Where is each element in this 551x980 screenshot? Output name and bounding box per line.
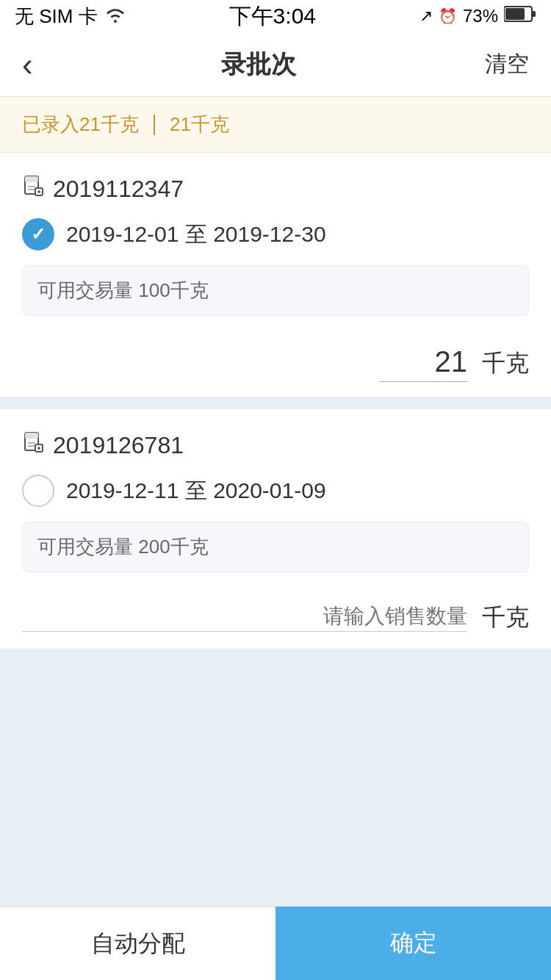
- doc-icon-1: [22, 175, 46, 203]
- no-sim-text: 无 SIM 卡: [15, 4, 98, 29]
- batch-2-available: 可用交易量 200千克: [22, 522, 529, 572]
- auto-distribute-label: 自动分配: [91, 928, 185, 960]
- auto-distribute-button[interactable]: 自动分配: [0, 907, 276, 980]
- status-right: ↗ ⏰ 73%: [419, 6, 536, 26]
- batch-1-unit: 千克: [482, 347, 529, 380]
- batch-1-quantity: 21: [379, 345, 467, 382]
- batch-2-amount-row: 千克: [0, 587, 551, 649]
- batch-1-value: 21: [435, 345, 468, 378]
- batch-2-card: 2019126781 2019-12-11 至 2020-01-09 可用交易量…: [0, 409, 551, 649]
- batch-1-header: 2019112347: [0, 153, 551, 211]
- battery-icon: [504, 6, 536, 26]
- batch-1-card: 2019112347 2019-12-01 至 2019-12-30 可用交易量…: [0, 153, 551, 397]
- confirm-button[interactable]: 确定: [276, 907, 551, 980]
- info-amount: 21千克: [170, 112, 229, 137]
- recorded-label: 已录入21千克: [22, 112, 139, 137]
- location-icon: ↗: [419, 7, 433, 26]
- svg-rect-2: [505, 8, 525, 20]
- battery-percent: 73%: [463, 6, 498, 26]
- batch-1-id: 2019112347: [53, 176, 184, 203]
- batch-2-radio[interactable]: [22, 475, 54, 507]
- batch-2-id: 2019126781: [53, 432, 184, 459]
- batch-1-date-row: 2019-12-01 至 2019-12-30: [0, 211, 551, 258]
- bottom-buttons: 自动分配 确定: [0, 907, 551, 980]
- svg-rect-4: [25, 176, 38, 182]
- status-bar: 无 SIM 卡 下午3:04 ↗ ⏰ 73%: [0, 0, 551, 32]
- confirm-label: 确定: [390, 927, 437, 959]
- batch-1-dates: 2019-12-01 至 2019-12-30: [66, 220, 326, 250]
- batch-1-radio[interactable]: [22, 218, 54, 251]
- section-separator-1: [0, 397, 551, 409]
- batch-2-qty-input[interactable]: [22, 605, 467, 632]
- batch-1-input-wrapper: 21 千克: [22, 345, 529, 382]
- nav-bar: ‹ 录批次 清空: [0, 32, 551, 97]
- page-title: 录批次: [221, 48, 296, 82]
- batch-1-amount-row: 21 千克: [0, 331, 551, 397]
- wifi-icon: [105, 5, 126, 28]
- svg-rect-11: [25, 433, 38, 439]
- batch-2-unit: 千克: [482, 602, 529, 634]
- svg-rect-1: [532, 11, 536, 17]
- back-button[interactable]: ‹: [22, 46, 33, 83]
- batch-2-input-wrapper: 千克: [22, 602, 529, 634]
- status-time: 下午3:04: [229, 1, 316, 32]
- batch-2-header: 2019126781: [0, 409, 551, 467]
- info-divider: [154, 115, 155, 135]
- alarm-icon: ⏰: [439, 7, 457, 25]
- info-banner: 已录入21千克 21千克: [0, 97, 551, 153]
- batch-2-date-row: 2019-12-11 至 2020-01-09: [0, 467, 551, 514]
- doc-icon-2: [22, 431, 46, 460]
- status-left: 无 SIM 卡: [15, 4, 126, 29]
- clear-button[interactable]: 清空: [485, 49, 529, 79]
- batch-1-available: 可用交易量 100千克: [22, 265, 529, 316]
- batch-2-dates: 2019-12-11 至 2020-01-09: [66, 476, 326, 506]
